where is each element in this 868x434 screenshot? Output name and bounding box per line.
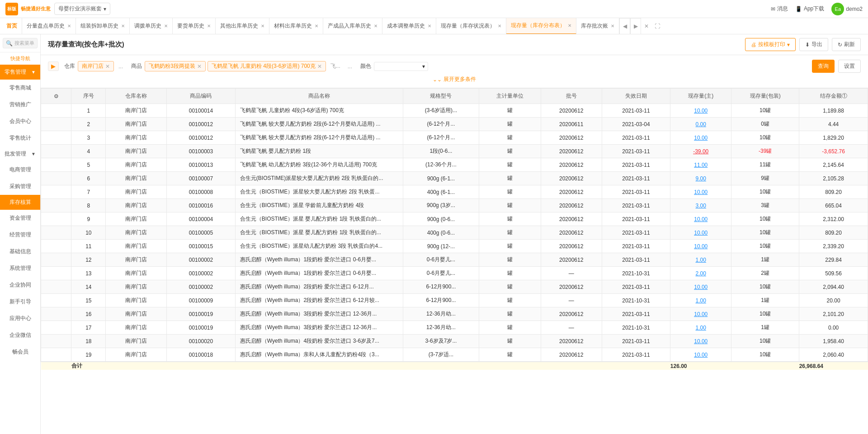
sidebar-item-marketing[interactable]: 营销推广 bbox=[2, 97, 38, 112]
cell-spec-7: 900g (3岁... bbox=[403, 199, 479, 212]
cell-stock-main-9[interactable]: 10.00 bbox=[670, 226, 731, 240]
tab-pick[interactable]: 要货单历史 ✕ bbox=[173, 18, 216, 34]
cell-stock-main-17[interactable]: 10.00 bbox=[670, 335, 731, 348]
cell-stock-main-14[interactable]: 1.00 bbox=[670, 294, 731, 307]
cell-unit-12: 罐 bbox=[479, 267, 541, 280]
cell-stock-main-5[interactable]: 9.00 bbox=[670, 172, 731, 185]
tab-split-inventory[interactable]: 分量盘点单历史 ✕ bbox=[22, 18, 76, 34]
expand-more-conditions[interactable]: ⌄⌄ 展开更多条件 bbox=[48, 75, 861, 83]
cell-stock-main-11[interactable]: 1.00 bbox=[670, 253, 731, 267]
account-selector[interactable]: 母婴行业演示账套 ▾ bbox=[54, 3, 110, 15]
sidebar-item-system[interactable]: 系统管理 bbox=[2, 261, 38, 276]
cell-code-10: 00100015 bbox=[167, 240, 236, 253]
sidebar-item-app-center[interactable]: 应用中心 bbox=[2, 311, 38, 326]
warehouse-more[interactable]: ... bbox=[116, 62, 126, 71]
cell-stock-main-18[interactable]: 10.00 bbox=[670, 348, 731, 362]
user-profile[interactable]: Ea demo2 bbox=[831, 3, 863, 15]
color-dropdown[interactable]: ▾ bbox=[374, 62, 428, 71]
cell-stock-main-16[interactable]: 1.00 bbox=[670, 321, 731, 335]
tab-close-batch[interactable]: ✕ bbox=[611, 24, 614, 28]
settings-btn[interactable]: 设置 bbox=[838, 60, 861, 73]
cell-balance-18: 2,060.40 bbox=[799, 348, 868, 362]
col-settings[interactable]: ⚙ bbox=[41, 89, 71, 104]
filter-expand-toggle[interactable]: ▶ bbox=[48, 61, 59, 71]
export-btn[interactable]: ⬇ 导出 bbox=[799, 38, 828, 51]
goods-tag-2-remove[interactable]: ✕ bbox=[317, 63, 322, 70]
cell-stock-main-1[interactable]: 0.00 bbox=[670, 118, 731, 131]
cell-name-6: 合生元（BIOSTIME）派星较大婴儿配方奶粉 2段 乳铁蛋... bbox=[235, 185, 403, 199]
cell-stock-main-4[interactable]: 11.00 bbox=[670, 158, 731, 172]
tab-disassemble[interactable]: 组装拆卸单历史 ✕ bbox=[76, 18, 130, 34]
tab-close-transfer[interactable]: ✕ bbox=[164, 24, 168, 28]
cell-name-10: 合生元（BIOSTIME）派星幼儿配方奶粉 3段 乳铁蛋白的4... bbox=[235, 240, 403, 253]
cell-stock-main-12[interactable]: 2.00 bbox=[670, 267, 731, 280]
sidebar-item-finance[interactable]: 资金管理 bbox=[2, 211, 38, 226]
tab-material-out[interactable]: 材料出库单历史 ✕ bbox=[269, 18, 323, 34]
sidebar-item-retail-shop[interactable]: 零售商城 bbox=[2, 80, 38, 95]
cell-warehouse-7: 南岸门店 bbox=[106, 199, 167, 212]
goods-more-dots[interactable]: ... bbox=[345, 62, 355, 71]
tab-close-material[interactable]: ✕ bbox=[315, 24, 318, 28]
tab-other-out[interactable]: 其他出库单历史 ✕ bbox=[216, 18, 269, 34]
cell-settings-2 bbox=[41, 131, 71, 145]
goods-tag-1-remove[interactable]: ✕ bbox=[197, 63, 202, 70]
tab-expand-btn[interactable]: ⛶ bbox=[652, 18, 663, 34]
sidebar-item-wholesale[interactable]: 批发管理 ▼ bbox=[0, 146, 40, 161]
tab-stock-status[interactable]: 现存量（库存状况表） ✕ bbox=[436, 18, 506, 34]
tab-batch-ledger[interactable]: 库存批次账 ✕ bbox=[576, 18, 619, 34]
tab-home[interactable]: 首页 bbox=[2, 18, 22, 34]
cell-stock-main-7[interactable]: 3.00 bbox=[670, 199, 731, 212]
goods-more[interactable]: 飞... bbox=[328, 61, 343, 71]
stock-table: ⚙ 序号 仓库名称 商品编码 商品名称 规格型号 主计量单位 批号 失效日期 现… bbox=[41, 88, 868, 370]
sidebar-item-member2[interactable]: 畅会员 bbox=[2, 344, 38, 359]
sidebar-item-retail[interactable]: 零售管理 ▼ bbox=[0, 65, 40, 80]
sidebar-item-warehouse[interactable]: 库存核算 bbox=[0, 195, 40, 210]
refresh-btn[interactable]: ↻ 刷新 bbox=[832, 38, 861, 51]
tab-transfer[interactable]: 调拨单历史 ✕ bbox=[130, 18, 173, 34]
tab-cost-adjust[interactable]: 成本调整单历史 ✕ bbox=[382, 18, 436, 34]
cell-name-18: 惠氏启醇（Wyeth illuma）亲和人体儿童配方奶粉4段（3... bbox=[235, 348, 403, 362]
tab-close-split[interactable]: ✕ bbox=[67, 24, 71, 28]
sidebar-item-basic[interactable]: 基础信息 bbox=[2, 244, 38, 259]
cell-stock-main-2[interactable]: 10.00 bbox=[670, 131, 731, 145]
cell-stock-main-10[interactable]: 10.00 bbox=[670, 240, 731, 253]
tab-close-other-out[interactable]: ✕ bbox=[261, 24, 264, 28]
cell-stock-main-6[interactable]: 10.00 bbox=[670, 185, 731, 199]
sidebar-item-operations[interactable]: 经营管理 bbox=[2, 227, 38, 242]
sidebar-item-enterprise[interactable]: 企业协同 bbox=[2, 278, 38, 292]
sidebar-item-member[interactable]: 会员中心 bbox=[2, 114, 38, 129]
cell-unit-7: 罐 bbox=[479, 199, 541, 212]
tab-stock-dist[interactable]: 现存量（库存分布表） ✕ bbox=[506, 18, 576, 34]
cell-stock-main-13[interactable]: 10.00 bbox=[670, 280, 731, 294]
message-btn[interactable]: ✉ 消息 bbox=[771, 5, 788, 13]
print-btn[interactable]: 🖨 按模板打印 ▾ bbox=[745, 38, 796, 51]
tab-close-stock-dist[interactable]: ✕ bbox=[568, 23, 571, 28]
app-download-btn[interactable]: 📱 App下载 bbox=[795, 5, 824, 13]
query-btn[interactable]: 查询 bbox=[812, 60, 835, 73]
cell-spec-1: (6-12个月... bbox=[403, 118, 479, 131]
sidebar-item-ecommerce[interactable]: 电商管理 bbox=[2, 162, 38, 177]
cell-warehouse-18: 南岸门店 bbox=[106, 348, 167, 362]
cell-stock-main-0[interactable]: 10.00 bbox=[670, 104, 731, 118]
tab-next-btn[interactable]: ▶ bbox=[630, 18, 641, 34]
tab-product-in[interactable]: 产成品入库单历史 ✕ bbox=[323, 18, 382, 34]
cell-stock-main-15[interactable]: 10.00 bbox=[670, 307, 731, 321]
tab-prev-btn[interactable]: ◀ bbox=[619, 18, 630, 34]
tab-close-product[interactable]: ✕ bbox=[374, 24, 377, 28]
cell-unit-13: 罐 bbox=[479, 280, 541, 294]
sidebar-item-newbie[interactable]: 新手引导 bbox=[2, 294, 38, 309]
tab-close-disassemble[interactable]: ✕ bbox=[121, 24, 125, 28]
tab-close-current-btn[interactable]: ✕ bbox=[641, 18, 652, 34]
col-expire: 失效日期 bbox=[602, 89, 670, 104]
sidebar-item-retail-stats[interactable]: 零售统计 bbox=[2, 131, 38, 146]
sidebar-item-wechat[interactable]: 企业微信 bbox=[2, 328, 38, 343]
warehouse-tag-remove[interactable]: ✕ bbox=[105, 63, 110, 70]
search-box[interactable]: 🔍 搜索菜单 bbox=[3, 38, 38, 48]
sidebar-item-purchase[interactable]: 采购管理 bbox=[2, 179, 38, 194]
tab-close-pick[interactable]: ✕ bbox=[207, 24, 211, 28]
tab-close-cost[interactable]: ✕ bbox=[428, 24, 431, 28]
tab-close-stock-status[interactable]: ✕ bbox=[498, 24, 501, 28]
cell-stock-main-8[interactable]: 10.00 bbox=[670, 212, 731, 226]
col-name: 商品名称 bbox=[235, 89, 403, 104]
cell-stock-main-3[interactable]: -39.00 bbox=[670, 145, 731, 158]
